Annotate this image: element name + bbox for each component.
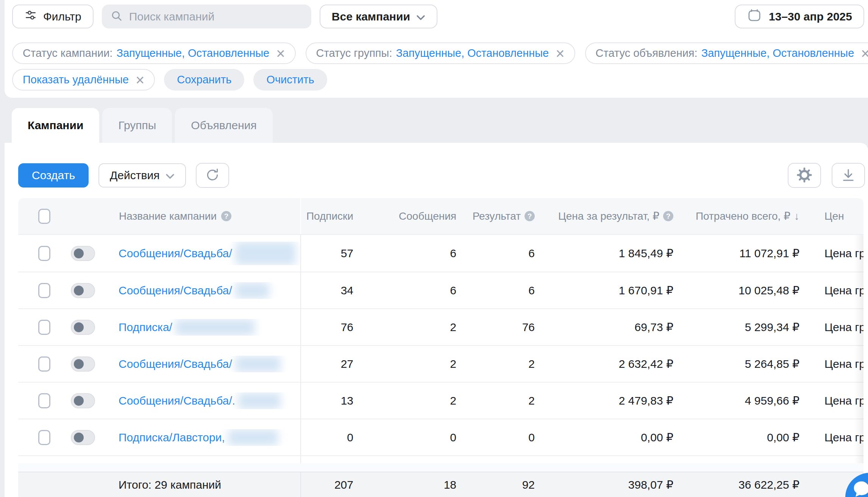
status-chip-campaign[interactable]: Статус кампании: Запущенные, Остановленн… [12, 42, 296, 64]
redacted-text-blur [175, 319, 255, 336]
campaign-name-link[interactable]: Подписка/Лавстори, [119, 431, 225, 444]
cell-result: 2 [456, 394, 535, 407]
header-messages[interactable]: Сообщения [353, 210, 456, 222]
cell-clipped: Цена гр [799, 321, 863, 334]
toolbar: Создать Действия [18, 163, 865, 188]
cell-result: 6 [456, 247, 535, 260]
status-chip-group[interactable]: Статус группы: Запущенные, Остановленные… [306, 42, 575, 64]
cell-subscriptions: 34 [301, 284, 353, 297]
total-spent: 36 622,25 ₽ [673, 478, 799, 491]
cell-subscriptions: 27 [301, 358, 353, 370]
calendar-icon [747, 8, 762, 25]
export-button[interactable] [832, 163, 865, 188]
actions-dropdown[interactable]: Действия [98, 163, 186, 188]
cell-result: 6 [456, 284, 535, 297]
search-field[interactable] [102, 5, 311, 28]
total-result: 92 [456, 478, 535, 491]
row-status-toggle[interactable] [71, 283, 95, 298]
header-cpr-label: Цена за результат, ₽ [558, 210, 659, 222]
help-icon[interactable]: ? [221, 211, 231, 221]
table-row: Сообщения/Свадьба/ 34 6 6 1 670,91 ₽ 10 … [18, 272, 863, 308]
help-icon[interactable]: ? [663, 211, 673, 221]
select-all-checkbox[interactable] [38, 209, 50, 224]
content-panel: Создать Действия [5, 143, 868, 497]
table-row-partial [18, 455, 863, 463]
tab-campaigns[interactable]: Кампании [12, 108, 99, 143]
header-total-spent[interactable]: Потрачено всего, ₽ ↓ [673, 210, 799, 222]
chip-label: Статус объявления: [596, 47, 698, 59]
cell-clipped: Цена гр [799, 247, 863, 260]
campaign-name-link[interactable]: Сообщения/Свадьба/. [119, 394, 235, 407]
cell-clipped: Цена гр [799, 431, 863, 444]
status-chip-ad[interactable]: Статус объявления: Запущенные, Остановле… [585, 42, 868, 64]
campaign-name-link[interactable]: Сообщения/Свадьба/ [119, 247, 232, 260]
help-icon[interactable]: ? [525, 211, 535, 221]
tab-groups[interactable]: Группы [102, 108, 172, 143]
cell-subscriptions: 76 [301, 321, 353, 334]
header-campaign-name[interactable]: Название кампании [119, 210, 217, 222]
row-checkbox[interactable] [38, 283, 50, 298]
chip-value: Показать удалённые [23, 73, 129, 86]
chevron-down-icon [165, 169, 175, 182]
row-status-toggle[interactable] [71, 246, 95, 261]
campaign-name-link[interactable]: Сообщения/Свадьба/ [119, 358, 232, 370]
settings-button[interactable] [788, 163, 821, 188]
redacted-text-blur [228, 429, 278, 446]
refresh-icon [205, 167, 220, 184]
create-button[interactable]: Создать [18, 163, 89, 188]
campaign-name-link[interactable]: Подписка/ [119, 321, 172, 334]
row-checkbox[interactable] [38, 320, 50, 335]
row-status-toggle[interactable] [71, 393, 95, 408]
campaign-name-link[interactable]: Сообщения/Свадьба/ [119, 284, 232, 297]
table-row: Сообщения/Свадьба/ 57 6 6 1 845,49 ₽ 11 … [18, 235, 863, 272]
show-deleted-chip[interactable]: Показать удалённые × [12, 69, 155, 91]
filter-button[interactable]: Фильтр [12, 5, 94, 28]
row-status-toggle[interactable] [71, 430, 95, 445]
cell-messages: 6 [353, 247, 456, 260]
search-input[interactable] [129, 10, 303, 23]
campaign-scope-dropdown[interactable]: Все кампании [320, 5, 437, 28]
redacted-text-blur [238, 392, 281, 409]
refresh-button[interactable] [196, 163, 229, 188]
tab-ads[interactable]: Объявления [175, 108, 273, 143]
tab-bar: Кампании Группы Объявления [12, 108, 273, 143]
date-range-button[interactable]: 13–30 апр 2025 [735, 5, 864, 28]
chip-value: Запущенные, Остановленные [701, 47, 854, 59]
header-subscriptions[interactable]: Подписки [301, 210, 353, 222]
chip-label: Статус кампании: [23, 47, 112, 59]
total-subscriptions: 207 [301, 478, 353, 491]
cell-messages: 6 [353, 284, 456, 297]
close-icon[interactable]: × [556, 46, 564, 61]
cell-messages: 0 [353, 431, 456, 444]
search-icon [110, 9, 123, 24]
header-clipped-column[interactable]: Цен [799, 210, 863, 222]
status-chips-row: Статус кампании: Запущенные, Остановленн… [12, 42, 868, 64]
cell-result: 76 [456, 321, 535, 334]
redacted-text-blur [235, 242, 296, 265]
row-status-toggle[interactable] [71, 356, 95, 372]
header-result[interactable]: Результат ? [456, 210, 535, 222]
header-cost-per-result[interactable]: Цена за результат, ₽ ? [535, 210, 673, 222]
cell-cost-per-result: 1 670,91 ₽ [535, 284, 673, 297]
row-checkbox[interactable] [38, 393, 50, 408]
clear-filters-button[interactable]: Очистить [253, 69, 327, 91]
table-row: Подписка/Лавстори, 0 0 0 0,00 ₽ 0,00 ₽ Ц… [18, 419, 863, 455]
filter-actions-row: Показать удалённые × Сохранить Очистить [12, 69, 327, 91]
close-icon[interactable]: × [861, 46, 868, 61]
cell-messages: 2 [353, 358, 456, 370]
save-filters-button[interactable]: Сохранить [164, 69, 244, 91]
header-spent-label: Потрачено всего, ₽ [696, 210, 790, 222]
row-checkbox[interactable] [38, 246, 50, 261]
row-checkbox[interactable] [38, 356, 50, 372]
table-header: Название кампании ? Подписки Сообщения Р… [18, 198, 863, 235]
cell-total-spent: 5 299,34 ₽ [673, 320, 799, 334]
table-row: Подписка/ 76 2 76 69,73 ₽ 5 299,34 ₽ Цен… [18, 308, 863, 345]
close-icon[interactable]: × [276, 46, 285, 61]
row-checkbox[interactable] [38, 430, 50, 445]
close-icon[interactable]: × [136, 72, 144, 88]
header-result-label: Результат [473, 210, 521, 222]
cell-total-spent: 5 264,85 ₽ [673, 357, 799, 370]
row-status-toggle[interactable] [71, 320, 95, 335]
redacted-text-blur [235, 356, 281, 372]
actions-label: Действия [110, 169, 159, 182]
